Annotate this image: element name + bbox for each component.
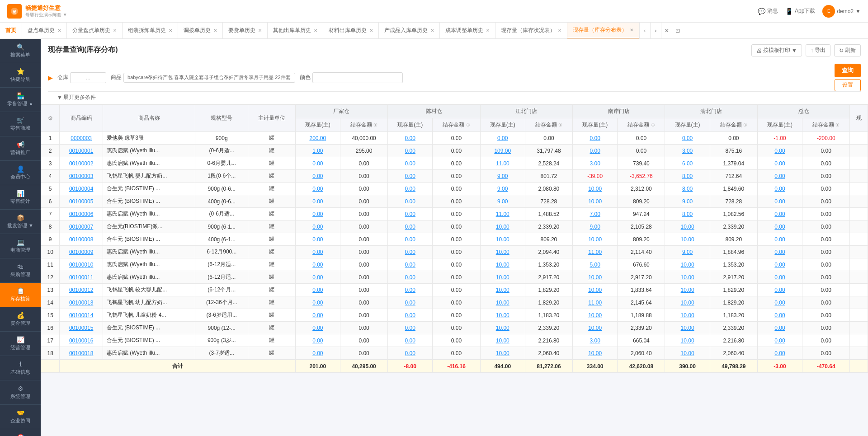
row-fy-qty: 0.00	[295, 322, 340, 334]
row-unit: 罐	[248, 233, 296, 246]
tab-expand-btn[interactable]: ⊡	[672, 23, 683, 39]
color-label: 颜色	[300, 74, 311, 81]
tab-next-btn[interactable]: ›	[650, 23, 661, 39]
sidebar-item-inventory[interactable]: 📋 库存核算	[0, 283, 41, 307]
row-jb-qty: 109.00	[480, 145, 525, 157]
tab-close-icon[interactable]: ✕	[258, 28, 262, 33]
tab-close-icon[interactable]: ✕	[314, 28, 317, 33]
row-code: 00100012	[60, 284, 103, 296]
export-btn[interactable]: ↑ 导出	[806, 44, 830, 56]
message-btn[interactable]: 💬 消息	[758, 7, 778, 15]
jb-amt-info-icon[interactable]: ①	[558, 122, 562, 127]
row-code: 00100001	[60, 145, 103, 157]
sidebar-item-search[interactable]: 🔍 搜索英单	[0, 39, 41, 63]
tab-home[interactable]: 首页	[0, 23, 22, 39]
row-total-qty: 0.00	[757, 208, 802, 220]
row-total-qty: 0.00	[757, 334, 802, 347]
tab-close-icon[interactable]: ✕	[213, 28, 217, 33]
product-input[interactable]	[123, 73, 295, 83]
sidebar-item-operations[interactable]: 📈 经营管理	[0, 332, 41, 356]
row-unit: 罐	[248, 258, 296, 271]
warehouse-input[interactable]	[70, 72, 106, 83]
sidebar-item-enterprise[interactable]: 🤝 企业协同	[0, 405, 41, 429]
row-jb-amt: 728.28	[525, 195, 572, 208]
tab-material-out[interactable]: 材料出库单历史 ✕	[323, 23, 379, 39]
row-cl-qty: 0.00	[388, 271, 433, 284]
row-total-qty: 0.00	[757, 284, 802, 296]
col-jb-qty: 现存量(主)	[480, 118, 525, 132]
print-btn[interactable]: 🖨 按模板打印 ▼	[751, 44, 802, 56]
expand-conditions-btn[interactable]: ▼ 展开更多条件	[57, 94, 861, 101]
tab-close-icon[interactable]: ✕	[486, 28, 490, 33]
row-na-qty: 10.00	[573, 322, 618, 334]
yb-amt-info-icon[interactable]: ①	[743, 122, 747, 127]
tab-prev-btn[interactable]: ‹	[639, 23, 650, 39]
tab-cost-adjust[interactable]: 成本调整单历史 ✕	[440, 23, 495, 39]
fy-amt-info-icon[interactable]: ①	[373, 122, 377, 127]
tab-close-icon[interactable]: ✕	[113, 28, 117, 33]
tab-close-icon[interactable]: ✕	[630, 28, 633, 33]
refresh-btn[interactable]: ↻ 刷新	[834, 44, 861, 56]
sidebar-item-retailstore[interactable]: 🛒 零售商城	[0, 112, 41, 136]
sidebar-item-member[interactable]: 👤 会员中心	[0, 161, 41, 185]
tab-close-all-btn[interactable]: ✕	[661, 23, 672, 39]
row-unit: 罐	[248, 284, 296, 296]
row-yb-amt: 2,216.80	[710, 334, 757, 347]
app-download-btn[interactable]: 📱 App下载	[785, 7, 815, 15]
query-btn[interactable]: 查询	[835, 64, 861, 77]
row-cl-qty: 0.00	[388, 183, 433, 195]
tab-other-out[interactable]: 其他出库单历史 ✕	[268, 23, 323, 39]
sidebar-item-quicknav[interactable]: ⭐ 快捷导航	[0, 63, 41, 88]
na-amt-info-icon[interactable]: ①	[651, 122, 655, 127]
sidebar-item-ecommerce[interactable]: 💻 电商管理	[0, 234, 41, 258]
tab-combo-order[interactable]: 组装拆卸单历史 ✕	[123, 23, 178, 39]
sidebar-item-system[interactable]: ⚙ 系统管理	[0, 380, 41, 405]
tab-inventory-count[interactable]: 盘点单历史 ✕	[22, 23, 67, 39]
row-fy-amt: 0.00	[340, 258, 387, 271]
tab-close-icon[interactable]: ✕	[369, 28, 373, 33]
user-profile[interactable]: E demo2 ▼	[822, 5, 861, 18]
sidebar-item-retailstats[interactable]: 📊 零售统计	[0, 185, 41, 210]
tab-adjust-order[interactable]: 调拨单历史 ✕	[178, 23, 223, 39]
row-jb-amt: 2,080.80	[525, 183, 572, 195]
tab-close-icon[interactable]: ✕	[57, 28, 61, 33]
total-amt-info-icon[interactable]: ①	[835, 122, 840, 127]
filter-toggle-btn[interactable]: ▶	[48, 74, 53, 81]
total-cl-amt: -416.16	[433, 360, 480, 373]
sidebar-item-retail[interactable]: 🏪 零售管理 ▲	[0, 88, 41, 112]
tab-stock-dist[interactable]: 现存量（库存分布表） ✕	[567, 23, 639, 39]
row-code: 00100006	[60, 208, 103, 220]
cl-amt-info-icon[interactable]: ①	[466, 122, 470, 127]
sidebar-item-wholesale[interactable]: 📦 批发管理 ▼	[0, 210, 41, 234]
col-yb-qty: 现存量(主)	[665, 118, 710, 132]
row-name: 惠氏启赋 (Wyeth illu...	[103, 157, 195, 170]
row-jb-qty: 11.00	[480, 208, 525, 220]
table-row: 6 00100005 合生元 (BIOSTIME) ... 400g (0-6.…	[41, 195, 868, 208]
row-cl-amt: 0.00	[433, 284, 480, 296]
row-no: 7	[41, 208, 60, 220]
row-yb-amt: 1,379.04	[710, 157, 757, 170]
row-fy-qty: 0.00	[295, 220, 340, 233]
tab-purchase-order[interactable]: 要货单历史 ✕	[223, 23, 268, 39]
sidebar-item-marketing[interactable]: 📢 营销推广	[0, 136, 41, 161]
row-cl-qty: 0.00	[388, 309, 433, 322]
tab-stock-status[interactable]: 现存量（库存状况表） ✕	[495, 23, 567, 39]
tab-close-icon[interactable]: ✕	[169, 28, 172, 33]
sidebar-item-guide[interactable]: 🎯 新手引导	[0, 429, 41, 436]
sidebar-item-finance[interactable]: 💰 资金管理	[0, 307, 41, 332]
col-nanao-header: 南岸门店	[573, 105, 665, 118]
row-unit: 罐	[248, 347, 296, 360]
tab-close-icon[interactable]: ✕	[430, 28, 434, 33]
sidebar-item-purchase[interactable]: 🛍 采购管理	[0, 258, 41, 283]
row-current	[850, 246, 868, 258]
color-input[interactable]	[312, 72, 403, 83]
sidebar-item-basic[interactable]: ℹ 基础信息	[0, 356, 41, 380]
settings-btn[interactable]: 设置	[835, 79, 861, 91]
logo-icon: 畅	[7, 4, 22, 19]
tab-category-count[interactable]: 分量盘点单历史 ✕	[67, 23, 123, 39]
row-cl-qty: 0.00	[388, 296, 433, 309]
row-current	[850, 220, 868, 233]
tab-close-icon[interactable]: ✕	[558, 28, 561, 33]
row-total-qty: 0.00	[757, 296, 802, 309]
tab-product-in[interactable]: 产成品入库单历史 ✕	[379, 23, 440, 39]
